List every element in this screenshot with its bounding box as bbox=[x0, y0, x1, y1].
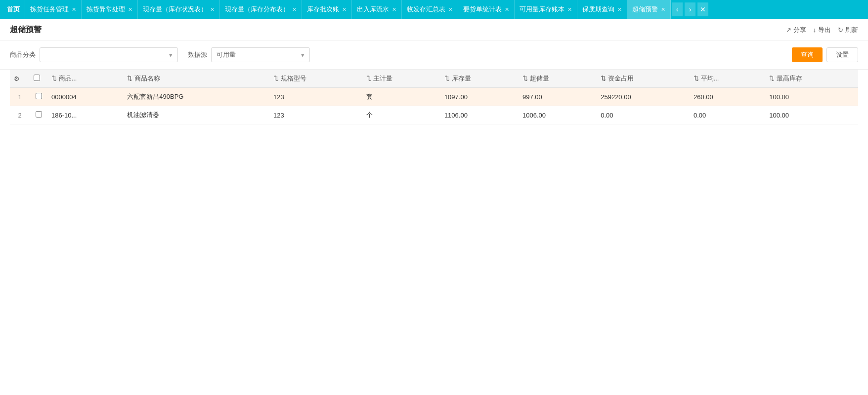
row-checkbox-cell[interactable] bbox=[30, 106, 47, 124]
col-max-stock[interactable]: ⇅ 最高库存 bbox=[765, 70, 858, 88]
row-checkbox-cell[interactable] bbox=[30, 88, 47, 106]
tab-jianhuorenwuguanli[interactable]: 拣货任务管理 ✕ bbox=[25, 0, 82, 19]
export-button[interactable]: ↓ 导出 bbox=[813, 26, 831, 35]
col-stock[interactable]: ⇅ 库存量 bbox=[440, 70, 519, 88]
row-checkbox[interactable] bbox=[36, 93, 42, 99]
tab-home[interactable]: 首页 bbox=[2, 0, 25, 19]
table-wrap: ⚙ ⇅ 商品... ⇅ 商品名称 ⇅ 规格型号 bbox=[0, 70, 868, 124]
refresh-icon: ↻ bbox=[838, 26, 843, 34]
tab-next-button[interactable]: › bbox=[685, 2, 695, 16]
col-product-name[interactable]: ⇅ 商品名称 bbox=[123, 70, 269, 88]
close-icon[interactable]: ✕ bbox=[392, 6, 396, 13]
product-spec: 123 bbox=[269, 106, 362, 124]
capital-occupied: 0.00 bbox=[597, 106, 690, 124]
product-spec: 123 bbox=[269, 88, 362, 106]
row-checkbox[interactable] bbox=[36, 111, 42, 118]
tab-chaochuyujing[interactable]: 超储预警 ✕ bbox=[627, 0, 671, 19]
header-actions: ↗ 分享 ↓ 导出 ↻ 刷新 bbox=[786, 26, 859, 35]
product-code: 186-10... bbox=[47, 106, 123, 124]
over-stock-qty: 997.00 bbox=[519, 88, 597, 106]
col-product-code[interactable]: ⇅ 商品... bbox=[47, 70, 123, 88]
col-capital[interactable]: ⇅ 资金占用 bbox=[597, 70, 690, 88]
col-spec[interactable]: ⇅ 规格型号 bbox=[269, 70, 362, 88]
tab-xiancunliang-kucun[interactable]: 现存量（库存状况表） ✕ bbox=[138, 0, 220, 19]
data-source-value: 可用量 bbox=[217, 50, 236, 59]
page-header: 超储预警 ↗ 分享 ↓ 导出 ↻ 刷新 bbox=[0, 19, 868, 40]
tab-shoufacunhuizong[interactable]: 收发存汇总表 ✕ bbox=[402, 0, 458, 19]
max-stock: 100.00 bbox=[765, 88, 858, 106]
filter-product-category: 商品分类 ▾ bbox=[10, 47, 178, 62]
tab-churukuliushui[interactable]: 出入库流水 ✕ bbox=[352, 0, 402, 19]
close-icon[interactable]: ✕ bbox=[661, 6, 665, 13]
row-num: 1 bbox=[10, 88, 30, 106]
over-stock-qty: 1006.00 bbox=[519, 106, 597, 124]
page-title: 超储预警 bbox=[10, 25, 42, 35]
query-button[interactable]: 查询 bbox=[792, 47, 823, 62]
tab-keyongliang[interactable]: 可用量库存账本 ✕ bbox=[515, 0, 577, 19]
col-checkbox[interactable] bbox=[30, 70, 47, 88]
stock-qty: 1106.00 bbox=[440, 106, 519, 124]
close-icon[interactable]: ✕ bbox=[292, 6, 297, 13]
export-icon: ↓ bbox=[813, 26, 817, 34]
gear-icon: ⚙ bbox=[14, 75, 20, 82]
table-header-row: ⚙ ⇅ 商品... ⇅ 商品名称 ⇅ 规格型号 bbox=[10, 70, 858, 88]
product-category-label: 商品分类 bbox=[10, 50, 36, 59]
product-unit: 套 bbox=[362, 88, 440, 106]
tab-yaohuo[interactable]: 要货单统计表 ✕ bbox=[458, 0, 515, 19]
close-icon[interactable]: ✕ bbox=[505, 6, 509, 13]
close-icon[interactable]: ✕ bbox=[128, 6, 132, 13]
close-icon[interactable]: ✕ bbox=[72, 6, 76, 13]
tab-xiancunliang-fenbu[interactable]: 现存量（库存分布表） ✕ bbox=[220, 0, 302, 19]
filter-buttons: 查询 设置 bbox=[792, 47, 858, 62]
data-source-label: 数据源 bbox=[188, 50, 207, 59]
close-icon[interactable]: ✕ bbox=[617, 6, 622, 13]
close-icon[interactable]: ✕ bbox=[342, 6, 347, 13]
tab-kucunpicizhhang[interactable]: 库存批次账 ✕ bbox=[302, 0, 352, 19]
stock-qty: 1097.00 bbox=[440, 88, 519, 106]
topbar: 首页 拣货任务管理 ✕ 拣货异常处理 ✕ 现存量（库存状况表） ✕ 现存量（库存… bbox=[0, 0, 868, 19]
close-icon[interactable]: ✕ bbox=[567, 6, 572, 13]
avg-value: 260.00 bbox=[690, 88, 765, 106]
product-unit: 个 bbox=[362, 106, 440, 124]
filter-data-source: 数据源 可用量 ▾ bbox=[188, 47, 310, 62]
setting-button[interactable]: 设置 bbox=[826, 47, 858, 62]
tab-jianhuoyichangchuli[interactable]: 拣货异常处理 ✕ bbox=[82, 0, 138, 19]
row-num: 2 bbox=[10, 106, 30, 124]
page-content: 超储预警 ↗ 分享 ↓ 导出 ↻ 刷新 商品分类 ▾ 数据源 bbox=[0, 19, 868, 395]
product-category-select[interactable]: ▾ bbox=[40, 47, 178, 62]
table-row: 2 186-10... 机油滤清器 123 个 1106.00 1006.00 … bbox=[10, 106, 858, 124]
tab-baozhi[interactable]: 保质期查询 ✕ bbox=[577, 0, 627, 19]
avg-value: 0.00 bbox=[690, 106, 765, 124]
product-name: 机油滤清器 bbox=[123, 106, 269, 124]
chevron-down-icon: ▾ bbox=[301, 51, 304, 59]
tab-close-button[interactable]: ✕ bbox=[697, 2, 708, 16]
capital-occupied: 259220.00 bbox=[597, 88, 690, 106]
refresh-button[interactable]: ↻ 刷新 bbox=[838, 26, 858, 35]
col-unit[interactable]: ⇅ 主计量 bbox=[362, 70, 440, 88]
col-avg[interactable]: ⇅ 平均... bbox=[690, 70, 765, 88]
table-row: 1 0000004 六配套新昌490BPG 123 套 1097.00 997.… bbox=[10, 88, 858, 106]
chevron-down-icon: ▾ bbox=[169, 51, 173, 59]
close-icon[interactable]: ✕ bbox=[210, 6, 215, 13]
col-over-stock[interactable]: ⇅ 超储量 bbox=[519, 70, 597, 88]
share-icon: ↗ bbox=[786, 26, 791, 34]
main-table: ⚙ ⇅ 商品... ⇅ 商品名称 ⇅ 规格型号 bbox=[10, 70, 858, 124]
filter-bar: 商品分类 ▾ 数据源 可用量 ▾ 查询 设置 bbox=[0, 40, 868, 70]
max-stock: 100.00 bbox=[765, 106, 858, 124]
product-code: 0000004 bbox=[47, 88, 123, 106]
product-name: 六配套新昌490BPG bbox=[123, 88, 269, 106]
select-all-checkbox[interactable] bbox=[34, 75, 40, 81]
close-icon[interactable]: ✕ bbox=[448, 6, 453, 13]
data-source-select[interactable]: 可用量 ▾ bbox=[211, 47, 310, 62]
tab-prev-button[interactable]: ‹ bbox=[672, 2, 683, 16]
share-button[interactable]: ↗ 分享 bbox=[786, 26, 806, 35]
col-settings[interactable]: ⚙ bbox=[10, 70, 30, 88]
